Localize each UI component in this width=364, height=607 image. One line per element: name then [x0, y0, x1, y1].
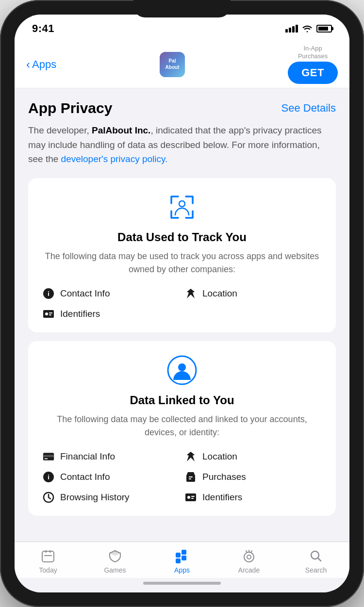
track-icon-wrap	[42, 192, 322, 223]
notch	[133, 0, 231, 17]
browsing-history-label: Browsing History	[60, 492, 130, 503]
svg-rect-35	[182, 556, 186, 560]
identifiers-icon	[42, 307, 55, 321]
purchases-label: Purchases	[202, 472, 246, 482]
list-item: Financial Info	[42, 450, 180, 463]
privacy-title: App Privacy	[28, 100, 112, 116]
location-label: Location	[202, 288, 237, 299]
list-item: Contact Info	[42, 470, 180, 484]
svg-point-3	[179, 201, 185, 207]
see-details-button[interactable]: See Details	[281, 102, 336, 115]
back-button[interactable]: ‹ Apps	[26, 58, 56, 71]
linked-to-you-card: Data Linked to You The following data ma…	[28, 341, 336, 516]
svg-rect-15	[44, 458, 48, 459]
svg-rect-19	[186, 475, 195, 482]
person-circle-icon	[166, 355, 198, 386]
contact-info2-label: Contact Info	[60, 472, 110, 482]
svg-rect-23	[185, 493, 196, 501]
linked-card-title: Data Linked to You	[42, 394, 322, 407]
games-icon	[107, 548, 123, 564]
svg-point-24	[187, 496, 190, 499]
tab-search[interactable]: Search	[297, 548, 335, 574]
svg-rect-27	[42, 551, 54, 562]
svg-rect-26	[191, 498, 194, 499]
content-area: App Privacy See Details The developer, P…	[15, 88, 349, 541]
home-bar	[143, 582, 221, 585]
financial-info-label: Financial Info	[60, 451, 115, 462]
search-icon	[308, 548, 324, 564]
location-icon	[184, 287, 198, 300]
track-card-desc: The following data may be used to track …	[42, 250, 322, 276]
svg-rect-5	[48, 293, 49, 296]
list-item: Identifiers	[42, 307, 180, 321]
battery-icon	[316, 25, 332, 33]
today-icon	[40, 548, 56, 564]
svg-rect-25	[191, 496, 195, 497]
identifiers2-icon	[184, 491, 198, 504]
track-card-title: Data Used to Track You	[42, 230, 322, 244]
list-item: Location	[184, 450, 322, 463]
privacy-description: The developer, PalAbout Inc., indicated …	[28, 123, 336, 166]
svg-rect-30	[44, 555, 52, 556]
linked-items-grid: Financial Info Location	[42, 450, 322, 504]
get-button[interactable]: GET	[288, 62, 338, 84]
home-indicator	[15, 578, 349, 592]
tab-bar: Today Games	[15, 541, 349, 578]
svg-rect-33	[176, 558, 181, 563]
identifiers2-label: Identifiers	[202, 492, 242, 503]
arcade-tab-label: Arcade	[238, 566, 260, 574]
search-tab-label: Search	[305, 566, 327, 574]
list-item: Browsing History	[42, 491, 180, 504]
list-item: Identifiers	[184, 491, 322, 504]
svg-rect-7	[43, 310, 54, 318]
tab-arcade[interactable]: Arcade	[230, 548, 268, 574]
wifi-icon	[302, 25, 313, 33]
app-info: Pal About	[160, 52, 185, 77]
info-icon	[42, 287, 55, 300]
linked-icon-wrap	[42, 355, 322, 386]
svg-rect-10	[49, 314, 51, 315]
tab-today[interactable]: Today	[29, 548, 67, 574]
track-items-grid: Contact Info Location	[42, 287, 322, 321]
back-chevron-icon: ‹	[26, 58, 30, 71]
svg-text:Pal: Pal	[168, 58, 176, 64]
svg-rect-14	[43, 455, 54, 457]
status-time: 9:41	[32, 22, 54, 35]
apps-tab-label: Apps	[174, 566, 190, 574]
svg-rect-17	[48, 476, 49, 479]
financial-icon	[42, 450, 55, 463]
games-tab-label: Games	[104, 566, 126, 574]
nav-bar: ‹ Apps Pal Abo	[15, 39, 349, 88]
status-icons	[285, 25, 332, 33]
face-scan-icon	[166, 192, 198, 223]
svg-point-8	[45, 312, 48, 315]
arcade-icon	[241, 548, 257, 564]
svg-rect-34	[182, 550, 186, 555]
svg-rect-29	[50, 550, 51, 553]
info2-icon	[42, 470, 55, 484]
in-app-label: In-AppPurchases	[298, 45, 328, 60]
svg-point-37	[247, 555, 251, 559]
list-item: Contact Info	[42, 287, 180, 300]
svg-rect-9	[49, 312, 52, 313]
get-area: In-AppPurchases GET	[288, 45, 338, 84]
tab-apps[interactable]: Apps	[163, 548, 201, 574]
tab-games[interactable]: Games	[96, 548, 134, 574]
identifiers-label: Identifiers	[60, 309, 100, 319]
track-you-card: Data Used to Track You The following dat…	[28, 178, 336, 332]
location2-label: Location	[202, 451, 237, 462]
svg-point-36	[244, 552, 254, 562]
svg-rect-20	[189, 476, 193, 477]
svg-rect-21	[189, 478, 191, 479]
browsing-icon	[42, 491, 55, 504]
svg-rect-32	[176, 553, 181, 558]
svg-rect-28	[45, 550, 47, 553]
app-icon: Pal About	[160, 52, 185, 77]
developer-name: PalAbout Inc.	[92, 125, 150, 135]
svg-rect-6	[48, 291, 49, 292]
privacy-policy-link[interactable]: developer's privacy policy.	[61, 154, 168, 164]
list-item: Location	[184, 287, 322, 300]
purchases-icon	[184, 470, 198, 484]
status-bar: 9:41	[15, 15, 349, 39]
svg-rect-18	[48, 475, 49, 476]
